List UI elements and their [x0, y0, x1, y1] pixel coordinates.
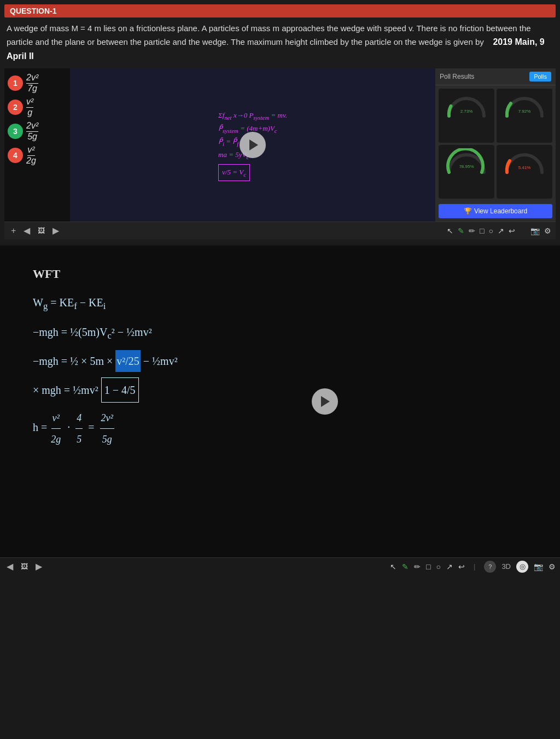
tb2-marker-icon[interactable]: ✎	[402, 562, 409, 571]
line-2: −mgh = ½(5m)Vc² − ½mv²	[33, 321, 178, 345]
tb2-pencil-icon[interactable]: ✏	[414, 562, 421, 571]
gauge-svg-3: 78.95%	[445, 148, 488, 176]
svg-text:2.73%: 2.73%	[460, 109, 473, 114]
polls-title: Poll Results	[440, 73, 474, 80]
answer-circle-4: 4	[8, 148, 23, 163]
play-button-top[interactable]	[240, 132, 266, 158]
pointer-icon[interactable]: ↗	[498, 226, 504, 235]
marker-icon[interactable]: ✎	[458, 226, 464, 235]
tb2-camera-icon[interactable]: 📷	[534, 562, 543, 571]
bottom-content: WFT Wg = KEf − KEi −mgh = ½(5m)Vc² − ½mv…	[33, 262, 178, 455]
fraction-h: v² 2g	[50, 408, 62, 449]
gauge-3: 78.95%	[439, 145, 494, 199]
answers-column: 1 2v² 7g 2 v² g 3 2v² 5g	[4, 68, 70, 222]
gauge-2: 7.92%	[497, 89, 552, 143]
wft-title: WFT	[33, 262, 178, 286]
eraser-icon[interactable]: □	[480, 226, 484, 235]
answer-formula-3: 2v² 5g	[26, 121, 38, 142]
tb2-circle-btn[interactable]: ◎	[516, 561, 528, 573]
line-1: Wg = KEf − KEi	[33, 292, 178, 315]
svg-text:78.95%: 78.95%	[459, 164, 474, 169]
next-button[interactable]: ▶	[50, 224, 61, 237]
blackboard-area: Σfnet x→0 Psystem = mv. P̄system = (4m+m…	[70, 68, 435, 222]
main-content: 1 2v² 7g 2 v² g 3 2v² 5g	[4, 68, 556, 222]
play-button-bottom[interactable]	[312, 388, 338, 415]
answer-formula-4: v² 2g	[26, 145, 36, 166]
prev-button[interactable]: ◀	[21, 224, 32, 237]
answer-formula-2: v² g	[26, 97, 33, 118]
leaderboard-icon: 🏆	[464, 207, 472, 215]
line-3: −mgh = ½ × 5m × v²/25 − ½mv²	[33, 350, 178, 372]
bottom-panel: WFT Wg = KEf − KEi −mgh = ½(5m)Vc² − ½mv…	[0, 246, 560, 575]
tb2-number: 3D	[501, 562, 511, 571]
pencil-icon[interactable]: ✏	[469, 226, 475, 235]
tb2-slide-icon: 🖼	[19, 561, 30, 572]
svg-text:5.41%: 5.41%	[518, 165, 531, 170]
undo-icon[interactable]: ↩	[509, 226, 515, 235]
tb2-cursor-icon[interactable]: ↖	[390, 562, 396, 571]
answer-circle-3: 3	[8, 124, 23, 139]
bottom-toolbar: ◀ 🖼 ▶ ↖ ✎ ✏ □ ○ ↗ ↩ | ? 3D ◎ 📷 ⚙	[0, 557, 560, 575]
line-4: × mgh = ½mv² 1 − 4/5	[33, 377, 178, 403]
gauge-svg-2: 7.92%	[503, 92, 546, 119]
add-button[interactable]: +	[9, 225, 18, 237]
settings-icon[interactable]: ⚙	[544, 226, 551, 235]
slide-icon: 🖼	[36, 225, 47, 236]
polls-button[interactable]: Polls	[529, 72, 551, 82]
top-toolbar: + ◀ 🖼 ▶ ↖ ✎ ✏ □ ○ ↗ ↩ 📷 ⚙	[4, 222, 556, 239]
play-icon-bottom	[321, 396, 330, 407]
question-header: QUESTION-1	[4, 4, 556, 18]
polls-panel: Poll Results Polls 2.73%	[435, 68, 556, 222]
tb2-circle-icon[interactable]: ○	[436, 562, 441, 571]
fraction-45: 4 5	[75, 408, 83, 449]
answer-3[interactable]: 3 2v² 5g	[8, 121, 67, 142]
gauge-grid: 2.73% 7.92% 78.95%	[435, 85, 556, 202]
answer-2[interactable]: 2 v² g	[8, 97, 67, 118]
tb2-settings-icon[interactable]: ⚙	[549, 562, 556, 571]
tb2-help-icon[interactable]: ?	[484, 561, 496, 573]
answer-circle-1: 1	[8, 75, 23, 91]
tb2-undo-icon[interactable]: ↩	[458, 562, 465, 571]
toolbar-right-icons: ↖ ✎ ✏ □ ○ ↗ ↩ 📷 ⚙	[447, 226, 551, 235]
gauge-1: 2.73%	[439, 89, 494, 143]
gauge-svg-1: 2.73%	[445, 92, 488, 119]
line-5: h = v² 2g · 4 5 = 2v² 5g	[33, 408, 178, 449]
bottom-blackboard: WFT Wg = KEf − KEi −mgh = ½(5m)Vc² − ½mv…	[0, 246, 560, 557]
svg-text:7.92%: 7.92%	[518, 109, 531, 114]
question-text: A wedge of mass M = 4 m lies on a fricti…	[4, 22, 556, 63]
tb2-prev[interactable]: ◀	[4, 560, 15, 573]
answer-1[interactable]: 1 2v² 7g	[8, 73, 67, 94]
play-icon	[249, 139, 258, 150]
fraction-result: 2v² 5g	[100, 408, 114, 449]
gauge-4: 5.41%	[497, 145, 552, 199]
top-panel: QUESTION-1 A wedge of mass M = 4 m lies …	[0, 0, 560, 243]
tb2-square-icon[interactable]: □	[426, 562, 430, 571]
gauge-svg-4: 5.41%	[503, 148, 546, 176]
camera-icon[interactable]: 📷	[530, 226, 540, 235]
answer-circle-2: 2	[8, 100, 23, 115]
circle-icon[interactable]: ○	[489, 226, 493, 235]
answer-4[interactable]: 4 v² 2g	[8, 145, 67, 166]
polls-header: Poll Results Polls	[435, 68, 556, 85]
tb2-pointer-icon[interactable]: ↗	[446, 562, 453, 571]
leaderboard-button[interactable]: 🏆 View Leaderboard	[439, 204, 552, 218]
answer-formula-1: 2v² 7g	[26, 73, 38, 94]
tb2-next[interactable]: ▶	[33, 560, 44, 573]
toolbar2-right: ↖ ✎ ✏ □ ○ ↗ ↩ | ? 3D ◎ 📷 ⚙	[390, 561, 556, 573]
cursor-icon[interactable]: ↖	[447, 226, 453, 235]
